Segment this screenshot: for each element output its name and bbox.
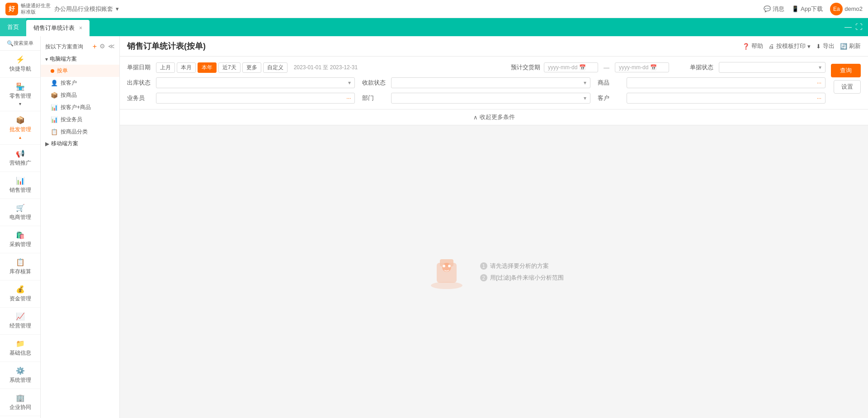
collapse-bar[interactable]: ∧ 收起更多条件: [120, 109, 868, 125]
message-btn[interactable]: 💬 消息: [764, 5, 784, 13]
scheme-collapse-btn[interactable]: ≪: [108, 43, 115, 51]
product-input[interactable]: ···: [627, 77, 826, 88]
filter-row-1: 单据日期 上月 本月 本年 近7天 更多 自定义 2023-01-01 至 20…: [127, 62, 826, 73]
scheme-group-desktop-title[interactable]: ▾ 电脑端方案: [41, 53, 119, 65]
payment-status-chevron-icon: ▾: [584, 80, 586, 86]
tab-active[interactable]: 销售订单统计表 ×: [26, 20, 90, 36]
top-bar-left: 好 畅捷通好生意 标准版 办公用品行业模拟账套 ▾: [5, 3, 119, 15]
workspace-dropdown-icon[interactable]: ▾: [116, 5, 119, 12]
sidebar-item-system[interactable]: ⚙️ 系统管理: [0, 362, 40, 389]
table-icon: 📊: [51, 104, 58, 111]
delivery-date-from[interactable]: yyyy-mm-dd 📅: [544, 62, 598, 72]
sales-icon: 📊: [16, 176, 25, 185]
tab-fullscreen-icon[interactable]: ⛶: [855, 23, 863, 31]
refresh-btn[interactable]: 🔄 刷新: [840, 42, 861, 50]
query-button[interactable]: 查询: [831, 64, 861, 77]
sidebar-item-newbie[interactable]: 🌟 新手引导: [0, 416, 40, 418]
retail-expand-icon: ▾: [19, 101, 21, 106]
department-chevron-icon: ▾: [584, 95, 586, 101]
wholesale-icon: 📦: [16, 116, 25, 124]
filter-date-group: 单据日期 上月 本月 本年 近7天 更多 自定义 2023-01-01 至 20…: [127, 62, 504, 73]
help-btn[interactable]: ❓ 帮助: [742, 42, 763, 50]
payment-status-select[interactable]: ▾: [391, 77, 590, 88]
page-header: 销售订单统计表(按单) ❓ 帮助 🖨 按模板打印 ▾ ⬇ 导出: [120, 36, 868, 57]
salesperson-dots-icon: ···: [346, 95, 351, 101]
sidebar-item-operations[interactable]: 📈 经营管理: [0, 308, 40, 335]
logo-icon: 好: [5, 3, 18, 15]
group-arrow-icon: ▾: [45, 56, 48, 62]
print-dropdown-icon: ▾: [807, 43, 811, 50]
sidebar-item-finance[interactable]: 💰 资金管理: [0, 280, 40, 308]
sidebar-item-purchase[interactable]: 🛍️ 采购管理: [0, 226, 40, 253]
help-icon: ❓: [742, 43, 750, 50]
filter-salesperson-group: 业务员 ···: [127, 93, 355, 104]
scheme-item-by-product[interactable]: 📦 按商品: [41, 89, 119, 101]
date-btn-this-year[interactable]: 本年: [198, 62, 217, 73]
scheme-group-desktop: ▾ 电脑端方案 按单 👤 按客户 📦 按商品 📊 按客户+商品: [41, 53, 119, 138]
tab-close-icon[interactable]: ×: [79, 25, 82, 31]
sidebar-item-basic[interactable]: 📁 基础信息: [0, 335, 40, 362]
customer-dots-icon: ···: [817, 95, 821, 101]
template-print-btn[interactable]: 🖨 按模板打印 ▾: [769, 42, 811, 50]
date-btn-this-month[interactable]: 本月: [177, 62, 196, 73]
scheme-group-mobile-title[interactable]: ▶ 移动端方案: [41, 138, 119, 149]
filter-row-3: 业务员 ··· 部门 ▾: [127, 93, 826, 104]
workspace-selector[interactable]: 办公用品行业模拟账套 ▾: [54, 5, 119, 13]
export-btn[interactable]: ⬇ 导出: [816, 42, 835, 50]
sidebar-item-retail[interactable]: 🏪 零售管理 ▾: [0, 78, 40, 111]
tab-bar: 首页 销售订单统计表 × — ⛶: [0, 18, 868, 36]
logo-text: 畅捷通好生意 标准版: [21, 3, 51, 14]
tab-home[interactable]: 首页: [0, 18, 26, 36]
sidebar-item-ecommerce[interactable]: 🛒 电商管理: [0, 199, 40, 226]
page-title: 销售订单统计表(按单): [127, 41, 206, 56]
department-select[interactable]: ▾: [391, 93, 590, 104]
export-icon: ⬇: [816, 43, 821, 50]
settings-button[interactable]: 设置: [834, 80, 861, 94]
filter-product-group: 商品 ···: [598, 77, 826, 88]
scheme-item-by-order[interactable]: 按单: [41, 65, 119, 77]
date-btn-7days[interactable]: 近7天: [218, 62, 241, 73]
sidebar-item-wholesale[interactable]: 📦 批发管理 ▴: [0, 111, 40, 145]
empty-state-content: 1 请先选择要分析的方案 2 用[过滤]条件来缩小分析范围: [424, 249, 564, 294]
filter-shipping-group: 出库状态 ▾: [127, 77, 355, 88]
scheme-group-mobile: ▶ 移动端方案: [41, 138, 119, 149]
delivery-date-to[interactable]: yyyy-mm-dd 📅: [615, 62, 669, 72]
message-icon: 💬: [764, 5, 771, 12]
top-bar-right: 💬 消息 📱 App下载 Ea demo2: [764, 3, 863, 15]
date-btn-last-month[interactable]: 上月: [156, 62, 175, 73]
sidebar-item-enterprise[interactable]: 🏢 企业协同: [0, 389, 40, 416]
sidebar-item-sales[interactable]: 📊 销售管理: [0, 172, 40, 199]
empty-illustration: [424, 249, 469, 294]
app-download-btn[interactable]: 📱 App下载: [792, 5, 823, 13]
scheme-item-by-product-category[interactable]: 📋 按商品分类: [41, 126, 119, 138]
scheme-item-by-customer[interactable]: 👤 按客户: [41, 77, 119, 89]
scheme-item-by-salesperson[interactable]: 📊 按业务员: [41, 114, 119, 126]
wholesale-expand-icon: ▴: [19, 135, 21, 140]
shipping-status-select[interactable]: ▾: [156, 77, 355, 88]
scheme-settings-btn[interactable]: ⚙: [99, 43, 105, 51]
svg-point-3: [442, 263, 451, 272]
date-btn-more[interactable]: 更多: [242, 62, 261, 73]
main-layout: 🔍 搜索菜单 ⚡ 快捷导航 🏪 零售管理 ▾ 📦 批发管理 ▴ 📢 营销推广 📊…: [0, 36, 868, 418]
avatar: Ea: [830, 3, 843, 15]
salesperson-input[interactable]: ···: [156, 93, 355, 104]
sidebar-item-inventory[interactable]: 📋 库存核算: [0, 253, 40, 280]
sidebar-item-marketing[interactable]: 📢 营销推广: [0, 145, 40, 172]
tab-minimize-icon[interactable]: —: [844, 23, 852, 31]
order-status-chevron-icon: ▾: [819, 64, 821, 71]
tab-bar-right: — ⛶: [844, 18, 868, 36]
collapse-icon: ∧: [473, 114, 478, 121]
finance-icon: 💰: [16, 285, 25, 294]
customer-input[interactable]: ···: [627, 93, 826, 104]
order-status-select[interactable]: ▾: [719, 62, 826, 73]
user-menu[interactable]: Ea demo2: [830, 3, 863, 15]
scheme-item-by-customer-product[interactable]: 📊 按客户+商品: [41, 101, 119, 114]
scheme-add-btn[interactable]: +: [93, 43, 97, 51]
empty-tip-1: 1 请先选择要分析的方案: [480, 262, 564, 270]
filter-payment-group: 收款状态 ▾: [362, 77, 590, 88]
sidebar-search-menu[interactable]: 🔍 搜索菜单: [0, 36, 40, 51]
date-btn-custom[interactable]: 自定义: [263, 62, 288, 73]
filter-area: 单据日期 上月 本月 本年 近7天 更多 自定义 2023-01-01 至 20…: [120, 57, 868, 109]
sidebar-item-quick-nav[interactable]: ⚡ 快捷导航: [0, 51, 40, 78]
tip-num-1: 1: [480, 262, 487, 270]
